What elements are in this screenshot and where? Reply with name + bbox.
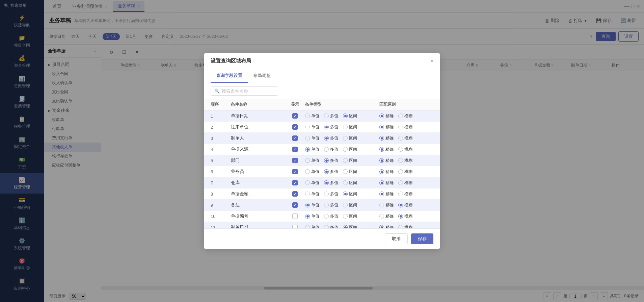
radio-label: 区间 [349, 180, 357, 186]
radio-match-模糊[interactable] [398, 114, 403, 118]
cancel-button[interactable]: 取消 [385, 233, 408, 244]
radio-match-模糊[interactable] [398, 203, 403, 207]
radio-type-多值[interactable] [324, 203, 329, 207]
radio-label: 多值 [330, 202, 338, 208]
show-checkbox[interactable]: ✓ [292, 202, 298, 208]
radio-match-精确[interactable] [379, 147, 384, 152]
radio-label: 单值 [311, 213, 319, 219]
radio-label: 区间 [349, 124, 357, 130]
radio-group-type: 区间 [343, 191, 357, 197]
radio-match-精确[interactable] [379, 214, 384, 219]
radio-match-模糊[interactable] [398, 192, 403, 196]
radio-type-多值[interactable] [324, 114, 329, 118]
radio-type-多值[interactable] [324, 225, 329, 228]
radio-match-模糊[interactable] [398, 169, 403, 174]
radio-type-区间[interactable] [343, 136, 348, 141]
radio-type-多值[interactable] [324, 180, 329, 185]
radio-match-精确[interactable] [379, 114, 384, 118]
radio-label: 区间 [349, 169, 357, 175]
save-button[interactable]: 保存 [411, 233, 433, 244]
radio-type-单值[interactable] [305, 169, 310, 174]
radio-match-精确[interactable] [379, 169, 384, 174]
radio-match-精确[interactable] [379, 158, 384, 163]
radio-type-区间[interactable] [343, 192, 348, 196]
radio-label: 单值 [311, 169, 319, 175]
radio-label: 多值 [330, 180, 338, 186]
table-row: 9备注✓单值多值区间精确模糊 [204, 200, 440, 211]
radio-type-区间[interactable] [343, 225, 348, 228]
radio-type-单值[interactable] [305, 125, 310, 129]
radio-type-多值[interactable] [324, 147, 329, 152]
row-type: 单值多值区间 [305, 225, 379, 229]
radio-match-精确[interactable] [379, 136, 384, 141]
radio-label: 区间 [349, 191, 357, 197]
modal-close-btn[interactable]: × [430, 58, 433, 64]
radio-type-区间[interactable] [343, 180, 348, 185]
row-show: ✓ [285, 169, 305, 174]
radio-type-多值[interactable] [324, 169, 329, 174]
radio-match-模糊[interactable] [398, 158, 403, 163]
radio-match-模糊[interactable] [398, 214, 403, 219]
row-type: 单值多值区间 [305, 213, 379, 219]
show-checkbox[interactable] [292, 225, 298, 228]
show-checkbox[interactable]: ✓ [292, 124, 298, 130]
radio-type-区间[interactable] [343, 214, 348, 219]
modal-tab-layout-adjust[interactable]: 布局调整 [248, 69, 276, 83]
radio-match-模糊[interactable] [398, 180, 403, 185]
radio-type-多值[interactable] [324, 125, 329, 129]
radio-type-区间[interactable] [343, 203, 348, 207]
radio-type-单值[interactable] [305, 136, 310, 141]
radio-match-模糊[interactable] [398, 225, 403, 228]
radio-type-单值[interactable] [305, 225, 310, 228]
radio-match-精确[interactable] [379, 192, 384, 196]
show-checkbox[interactable]: ✓ [292, 191, 298, 197]
radio-type-区间[interactable] [343, 114, 348, 118]
radio-type-单值[interactable] [305, 147, 310, 152]
radio-type-多值[interactable] [324, 214, 329, 219]
radio-group-type: 多值 [324, 135, 338, 141]
modal-tab-field-settings[interactable]: 查询字段设置 [211, 69, 248, 83]
radio-type-区间[interactable] [343, 158, 348, 163]
row-match: 精确模糊 [379, 113, 433, 119]
radio-type-多值[interactable] [324, 158, 329, 163]
show-checkbox[interactable]: ✓ [292, 169, 298, 174]
radio-group-type: 区间 [343, 169, 357, 175]
row-type: 单值多值区间 [305, 135, 379, 141]
radio-match-模糊[interactable] [398, 125, 403, 129]
radio-type-单值[interactable] [305, 203, 310, 207]
radio-type-单值[interactable] [305, 158, 310, 163]
show-checkbox[interactable]: ✓ [292, 147, 298, 152]
radio-type-单值[interactable] [305, 192, 310, 196]
radio-type-区间[interactable] [343, 169, 348, 174]
row-condition-name: 单据日期 [231, 113, 285, 119]
row-type: 单值多值区间 [305, 202, 379, 208]
radio-type-多值[interactable] [324, 136, 329, 141]
row-match: 精确模糊 [379, 225, 433, 229]
show-checkbox[interactable]: ✓ [292, 135, 298, 141]
row-show: ✓ [285, 113, 305, 119]
radio-label: 模糊 [404, 135, 412, 141]
radio-match-精确[interactable] [379, 225, 384, 228]
row-order: 9 [211, 203, 231, 208]
radio-type-单值[interactable] [305, 114, 310, 118]
show-checkbox[interactable]: ✓ [292, 158, 298, 163]
modal-search-input[interactable] [222, 89, 274, 94]
modal-table: 1单据日期✓单值多值区间精确模糊2往来单位✓单值多值区间精确模糊3制单人✓单值多… [204, 110, 440, 228]
radio-type-区间[interactable] [343, 125, 348, 129]
radio-label: 单值 [311, 158, 319, 163]
radio-match-精确[interactable] [379, 180, 384, 185]
show-checkbox[interactable] [292, 213, 298, 219]
radio-match-精确[interactable] [379, 125, 384, 129]
radio-match-精确[interactable] [379, 203, 384, 207]
radio-group-match: 精确 [379, 191, 394, 197]
radio-type-区间[interactable] [343, 147, 348, 152]
modal-overlay[interactable]: 设置查询区域布局 × 查询字段设置 布局调整 🔍 顺序 条件名称 显示 [0, 0, 644, 302]
radio-match-模糊[interactable] [398, 147, 403, 152]
show-checkbox[interactable]: ✓ [292, 180, 298, 185]
radio-group-match: 模糊 [398, 135, 412, 141]
radio-type-单值[interactable] [305, 214, 310, 219]
radio-match-模糊[interactable] [398, 136, 403, 141]
show-checkbox[interactable]: ✓ [292, 113, 298, 119]
radio-type-单值[interactable] [305, 180, 310, 185]
radio-type-多值[interactable] [324, 192, 329, 196]
